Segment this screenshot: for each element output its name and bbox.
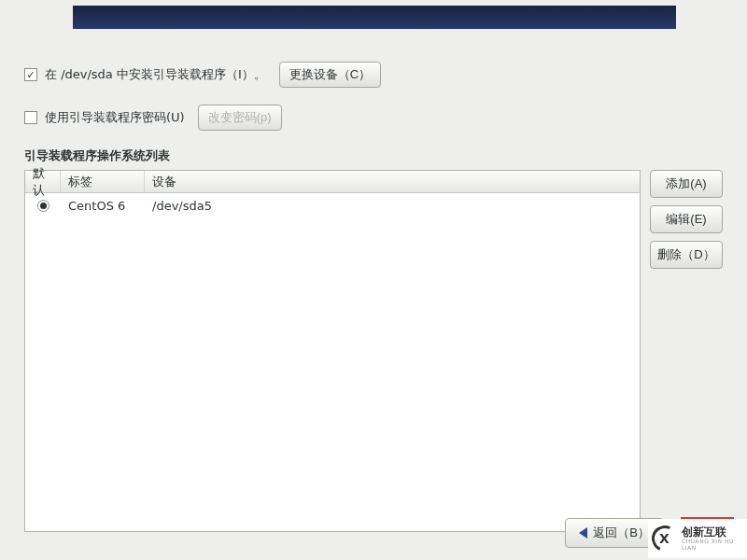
bootloader-password-row: 使用引导装载程序密码(U) 改变密码(p) bbox=[24, 105, 723, 131]
watermark-logo-icon bbox=[648, 522, 682, 555]
use-password-checkbox[interactable] bbox=[24, 111, 37, 124]
side-buttons: 添加(A) 编辑(E) 删除（D） bbox=[650, 170, 723, 269]
row-label: CentOS 6 bbox=[61, 199, 145, 213]
install-bootloader-label: 在 /dev/sda 中安装引导装载程序（I）。 bbox=[45, 66, 266, 83]
change-password-button: 改变密码(p) bbox=[198, 105, 282, 131]
watermark: 创新互联 CHUANG XIN HU LIAN bbox=[648, 519, 747, 558]
col-device[interactable]: 设备 bbox=[145, 171, 640, 192]
row-device: /dev/sda5 bbox=[145, 199, 640, 213]
col-default[interactable]: 默认 bbox=[25, 171, 61, 192]
back-button-label: 返回（B） bbox=[593, 525, 650, 541]
install-bootloader-checkbox[interactable] bbox=[24, 68, 37, 81]
delete-button[interactable]: 删除（D） bbox=[650, 241, 723, 269]
os-list-container: 默认 标签 设备 CentOS 6 /dev/sda5 添加(A) 编辑(E) … bbox=[24, 170, 723, 532]
row-default-radio[interactable] bbox=[25, 200, 61, 212]
change-device-button[interactable]: 更换设备（C） bbox=[279, 62, 381, 88]
main-content: 在 /dev/sda 中安装引导装载程序（I）。 更换设备（C） 使用引导装载程… bbox=[24, 62, 723, 532]
top-banner bbox=[73, 6, 676, 29]
table-row[interactable]: CentOS 6 /dev/sda5 bbox=[25, 193, 640, 217]
edit-button[interactable]: 编辑(E) bbox=[650, 205, 723, 233]
footer-nav: 返回（B） bbox=[0, 517, 747, 549]
os-list-title: 引导装载程序操作系统列表 bbox=[24, 147, 723, 164]
add-button[interactable]: 添加(A) bbox=[650, 170, 723, 198]
install-bootloader-row: 在 /dev/sda 中安装引导装载程序（I）。 更换设备（C） bbox=[24, 62, 723, 88]
table-empty-area bbox=[25, 217, 640, 531]
arrow-left-icon bbox=[579, 527, 587, 539]
watermark-brand-en: CHUANG XIN HU LIAN bbox=[682, 539, 747, 551]
use-password-label: 使用引导装载程序密码(U) bbox=[45, 109, 185, 126]
col-label[interactable]: 标签 bbox=[61, 171, 145, 192]
os-table: 默认 标签 设备 CentOS 6 /dev/sda5 bbox=[24, 170, 641, 532]
os-table-header: 默认 标签 设备 bbox=[25, 171, 640, 193]
